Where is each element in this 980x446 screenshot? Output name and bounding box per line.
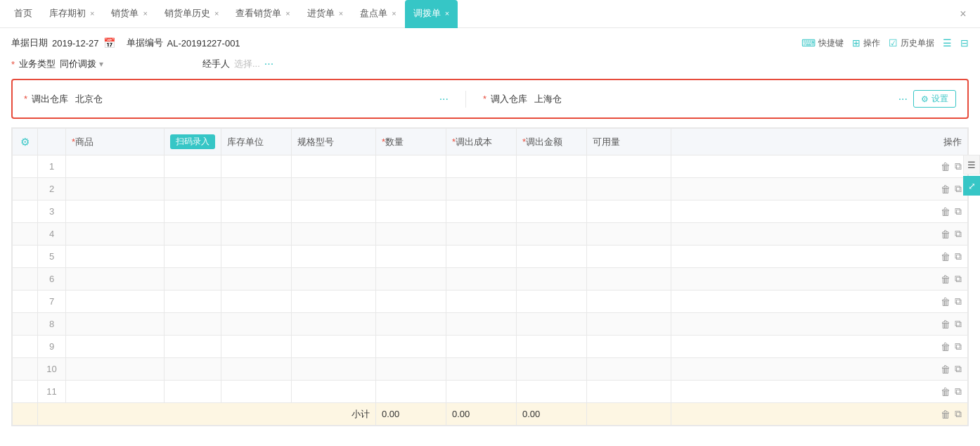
tab-transfer-close[interactable]: × [445,9,449,18]
row-num-2: 2 [38,178,66,200]
row-delete-6[interactable]: 🗑 [941,274,950,285]
tab-purchase-close[interactable]: × [339,9,343,18]
in-warehouse-label: 调入仓库 [491,93,527,106]
row-product-1[interactable] [66,155,165,178]
form-row2: * 业务类型 同价调拨 ▾ 经手人 选择... ··· [11,58,969,70]
tab-bar: 首页 库存期初 × 销货单 × 销货单历史 × 查看销货单 × 进货单 × 盘点… [0,0,980,28]
row-delete-4[interactable]: 🗑 [941,229,950,240]
row-delete-7[interactable]: 🗑 [941,296,950,307]
tab-inventory-init-close[interactable]: × [90,9,94,18]
row-copy-8[interactable]: ⧉ [955,318,962,330]
calendar-icon[interactable]: 📅 [103,37,115,49]
tab-home[interactable]: 首页 [6,0,41,28]
tab-bar-right: × [952,3,974,25]
tab-sales-order[interactable]: 销货单 × [103,0,155,28]
table-row: 1 🗑 ⧉ [13,155,968,178]
subtotal-delete[interactable]: 🗑 [941,409,950,420]
dropdown-arrow-icon: ▾ [99,59,103,69]
tab-sales-order-close[interactable]: × [143,9,147,18]
warehouse-divider [465,91,466,108]
out-warehouse-label: 调出仓库 [32,93,68,106]
tab-view-sales[interactable]: 查看销货单 × [227,0,298,28]
row-gear-3 [13,200,38,223]
person-select[interactable]: 选择... [234,58,260,70]
tab-sales-history-label: 销货单历史 [165,7,210,20]
tab-inventory[interactable]: 盘点单 × [352,0,404,28]
row-cost-1[interactable] [446,155,517,178]
row-copy-3[interactable]: ⧉ [955,205,962,217]
row-delete-8[interactable]: 🗑 [941,319,950,330]
row-spec-1 [292,155,376,178]
transfer-table: ⚙ *商品 扫码录入 库存单位 规格型号 *数量 *调出成本 [12,128,968,426]
row-delete-5[interactable]: 🗑 [941,251,950,262]
history-button[interactable]: ☑ 历史单据 [889,37,934,49]
row-delete-11[interactable]: 🗑 [941,386,950,397]
business-required-star: * [11,59,15,70]
row-num-3: 3 [38,200,66,223]
row-delete-9[interactable]: 🗑 [941,341,950,352]
warehouse-section: * 调出仓库 北京仓 ··· * 调入仓库 上海仓 ··· ⚙ 设置 [11,79,969,119]
operation-icon: ⊞ [852,37,860,49]
row-delete-1[interactable]: 🗑 [941,161,950,172]
out-warehouse-required: * [24,94,27,104]
person-label: 经手人 [202,58,230,70]
row-delete-3[interactable]: 🗑 [941,206,950,217]
row-copy-7[interactable]: ⧉ [955,295,962,307]
row-copy-1[interactable]: ⧉ [955,160,962,172]
tab-transfer[interactable]: 调拨单 × [405,0,458,28]
settings-button[interactable]: ⚙ 设置 [913,90,956,108]
row-scan-2 [165,178,221,200]
row-delete-10[interactable]: 🗑 [941,364,950,375]
tab-purchase[interactable]: 进货单 × [299,0,352,28]
table-row: 2 🗑 ⧉ [13,178,968,200]
table-gear-icon[interactable]: ⚙ [20,136,30,148]
right-list-icon: ☰ [967,160,976,170]
col-product: *商品 [66,129,165,155]
code-field: 单据编号 AL-20191227-001 [127,37,240,49]
subtotal-cost: 0.00 [446,403,517,426]
shortcut-icon: ⌨ [801,37,815,49]
row-copy-2[interactable]: ⧉ [955,183,962,195]
person-more-icon[interactable]: ··· [264,58,273,70]
window-close-button[interactable]: × [952,3,974,25]
row-copy-5[interactable]: ⧉ [955,250,962,262]
col-unit: 库存单位 [221,129,292,155]
tab-inventory-close[interactable]: × [392,9,396,18]
row-copy-10[interactable]: ⧉ [955,363,962,375]
out-warehouse-field: * 调出仓库 北京仓 ··· [24,93,449,106]
tab-inventory-init[interactable]: 库存期初 × [41,0,103,28]
row-copy-6[interactable]: ⧉ [955,273,962,285]
out-warehouse-more-icon[interactable]: ··· [439,93,449,106]
out-warehouse-value[interactable]: 北京仓 [75,93,435,106]
row-qty-2[interactable] [376,178,446,200]
right-list-button[interactable]: ☰ [963,155,980,174]
row-copy-9[interactable]: ⧉ [955,340,962,352]
scan-button[interactable]: 扫码录入 [170,134,215,149]
row-qty-1[interactable] [376,155,446,178]
row-copy-11[interactable]: ⧉ [955,386,962,397]
tab-sales-history-close[interactable]: × [214,9,219,18]
layout-toggle-button[interactable]: ☰ [943,37,952,49]
tab-sales-history[interactable]: 销货单历史 × [156,0,227,28]
in-warehouse-more-icon[interactable]: ··· [898,93,908,106]
settings-label: 设置 [931,93,948,105]
row-copy-4[interactable]: ⧉ [955,228,962,240]
in-warehouse-field: * 调入仓库 上海仓 ··· [483,93,908,106]
history-label: 历史单据 [901,37,934,49]
shortcut-button[interactable]: ⌨ 快捷键 [801,37,844,49]
row-unit-2 [221,178,292,200]
operation-button[interactable]: ⊞ 操作 [852,37,880,49]
layout-grid-button[interactable]: ⊟ [960,37,969,49]
subtotal-copy[interactable]: ⧉ [955,408,962,420]
code-label: 单据编号 [127,37,163,49]
tab-purchase-label: 进货单 [307,7,335,20]
row-cost-2[interactable] [446,178,517,200]
business-type-select[interactable]: 同价调拨 ▾ [60,58,103,70]
row-delete-2[interactable]: 🗑 [941,184,950,195]
in-warehouse-value[interactable]: 上海仓 [534,93,894,106]
right-expand-button[interactable]: ⤢ [963,176,980,196]
col-amount: *调出金额 [517,129,587,155]
in-warehouse-required: * [483,94,486,104]
row-product-2[interactable] [66,178,165,200]
tab-view-sales-close[interactable]: × [285,9,290,18]
